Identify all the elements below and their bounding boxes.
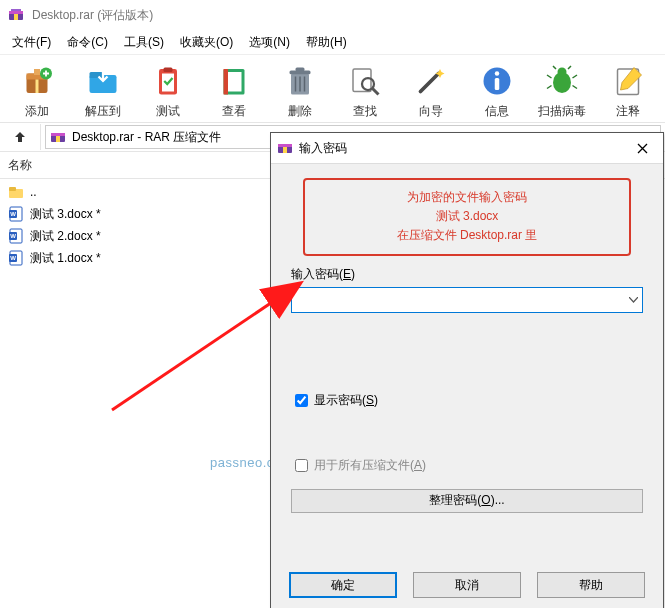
tb-delete[interactable]: 删除	[267, 61, 333, 120]
up-arrow-icon	[12, 129, 28, 145]
svg-point-26	[558, 68, 567, 77]
file-name: 测试 1.docx *	[30, 250, 101, 267]
address-text: Desktop.rar - RAR 压缩文件	[72, 129, 221, 146]
chevron-down-icon	[629, 297, 638, 303]
menu-tools[interactable]: 工具(S)	[116, 32, 172, 53]
svg-rect-16	[223, 69, 228, 95]
info-icon	[464, 61, 530, 101]
folder-extract-icon	[70, 61, 136, 101]
svg-rect-19	[295, 68, 304, 72]
window-title: Desktop.rar (评估版本)	[32, 7, 153, 24]
archive-icon	[50, 129, 66, 145]
menu-command[interactable]: 命令(C)	[59, 32, 116, 53]
svg-rect-44	[283, 147, 287, 153]
folder-up-icon	[8, 184, 24, 200]
show-password-row[interactable]: 显示密码(S)	[291, 391, 643, 410]
svg-rect-43	[278, 144, 292, 147]
tb-test[interactable]: 测试	[135, 61, 201, 120]
dropdown-button[interactable]	[624, 288, 642, 312]
tb-scan[interactable]: 扫描病毒	[530, 61, 596, 120]
svg-rect-7	[35, 80, 38, 94]
svg-rect-29	[51, 133, 65, 136]
archive-add-icon	[4, 61, 70, 101]
tb-find-label: 查找	[333, 103, 399, 120]
svg-rect-32	[9, 187, 16, 191]
tb-test-label: 测试	[135, 103, 201, 120]
use-for-all-label: 用于所有压缩文件(A)	[314, 457, 426, 474]
ok-button[interactable]: 确定	[289, 572, 397, 598]
cancel-button[interactable]: 取消	[413, 572, 521, 598]
svg-rect-6	[34, 69, 40, 75]
winrar-app-icon	[277, 140, 293, 156]
svg-text:W: W	[10, 233, 16, 239]
use-for-all-checkbox[interactable]	[295, 459, 308, 472]
docx-icon: W	[8, 228, 24, 244]
prompt-line2: 测试 3.docx	[315, 207, 619, 226]
menu-file[interactable]: 文件(F)	[4, 32, 59, 53]
search-icon	[333, 61, 399, 101]
tb-wizard[interactable]: 向导	[398, 61, 464, 120]
svg-text:W: W	[10, 255, 16, 261]
tb-add[interactable]: 添加	[4, 61, 70, 120]
winrar-window: Desktop.rar (评估版本) 文件(F) 命令(C) 工具(S) 收藏夹…	[0, 0, 665, 608]
tb-wizard-label: 向导	[398, 103, 464, 120]
password-input[interactable]	[292, 290, 624, 310]
file-name: 测试 2.docx *	[30, 228, 101, 245]
book-view-icon	[201, 61, 267, 101]
svg-rect-24	[495, 78, 500, 90]
svg-rect-1	[9, 11, 23, 14]
svg-point-23	[495, 71, 500, 76]
tb-comment[interactable]: 注释	[595, 61, 661, 120]
password-combo	[291, 287, 643, 313]
titlebar: Desktop.rar (评估版本)	[0, 0, 665, 30]
close-button[interactable]	[627, 133, 657, 163]
tb-scan-label: 扫描病毒	[530, 103, 596, 120]
menu-help[interactable]: 帮助(H)	[298, 32, 355, 53]
use-for-all-row[interactable]: 用于所有压缩文件(A)	[291, 456, 643, 475]
tb-add-label: 添加	[4, 103, 70, 120]
password-field-area: 输入密码(E) 显示密码(S) 用于所有压缩文件(A) 整理密码(O)...	[291, 266, 643, 513]
bug-scan-icon	[530, 61, 596, 101]
tb-extract-label: 解压到	[70, 103, 136, 120]
svg-rect-3	[14, 14, 18, 20]
wand-icon	[398, 61, 464, 101]
tb-info[interactable]: 信息	[464, 61, 530, 120]
organize-passwords-button[interactable]: 整理密码(O)...	[291, 489, 643, 513]
file-name: ..	[30, 185, 37, 199]
prompt-line3: 在压缩文件 Desktop.rar 里	[315, 226, 619, 245]
tb-info-label: 信息	[464, 103, 530, 120]
svg-rect-13	[164, 68, 173, 73]
close-icon	[637, 143, 648, 154]
menu-options[interactable]: 选项(N)	[241, 32, 298, 53]
tb-extract[interactable]: 解压到	[70, 61, 136, 120]
tb-delete-label: 删除	[267, 103, 333, 120]
prompt-line1: 为加密的文件输入密码	[315, 188, 619, 207]
docx-icon: W	[8, 250, 24, 266]
svg-rect-15	[226, 72, 241, 92]
file-name: 测试 3.docx *	[30, 206, 101, 223]
trash-icon	[267, 61, 333, 101]
menubar: 文件(F) 命令(C) 工具(S) 收藏夹(O) 选项(N) 帮助(H)	[0, 30, 665, 55]
svg-rect-30	[56, 136, 60, 142]
password-dialog: 输入密码 为加密的文件输入密码 测试 3.docx 在压缩文件 Desktop.…	[270, 132, 664, 608]
tb-comment-label: 注释	[595, 103, 661, 120]
tb-view[interactable]: 查看	[201, 61, 267, 120]
dialog-titlebar: 输入密码	[271, 133, 663, 164]
svg-text:W: W	[10, 211, 16, 217]
password-label: 输入密码(E)	[291, 266, 643, 283]
show-password-checkbox[interactable]	[295, 394, 308, 407]
menu-favorites[interactable]: 收藏夹(O)	[172, 32, 241, 53]
clipboard-test-icon	[135, 61, 201, 101]
password-prompt-box: 为加密的文件输入密码 测试 3.docx 在压缩文件 Desktop.rar 里	[303, 178, 631, 256]
tb-find[interactable]: 查找	[333, 61, 399, 120]
dialog-title: 输入密码	[299, 140, 627, 157]
dialog-button-row: 确定 取消 帮助	[271, 572, 663, 598]
show-password-label: 显示密码(S)	[314, 392, 378, 409]
help-button[interactable]: 帮助	[537, 572, 645, 598]
up-button[interactable]	[0, 124, 41, 150]
winrar-app-icon	[8, 7, 24, 23]
svg-rect-2	[11, 9, 21, 11]
tb-view-label: 查看	[201, 103, 267, 120]
toolbar: 添加 解压到 测试 查看 删除 查找 向导 信息 扫描病毒 注释	[0, 55, 665, 123]
note-icon	[595, 61, 661, 101]
